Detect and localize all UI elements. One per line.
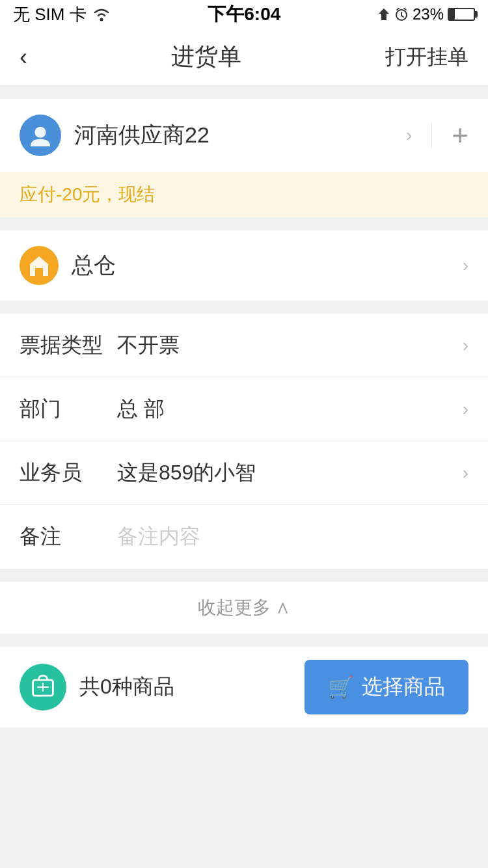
salesperson-arrow: › <box>463 463 468 483</box>
supplier-row[interactable]: 河南供应商22 › + <box>0 99 488 172</box>
alarm-icon <box>394 7 409 21</box>
warehouse-name: 总仓 <box>72 251 463 280</box>
back-button[interactable]: ‹ <box>20 44 27 71</box>
add-supplier-button[interactable]: + <box>452 121 468 150</box>
product-bar: 共0种商品 🛒 选择商品 <box>0 647 488 727</box>
warehouse-arrow-icon: › <box>463 255 468 276</box>
divider <box>431 122 432 148</box>
salesperson-row[interactable]: 业务员 这是859的小智 › <box>0 441 488 505</box>
department-row[interactable]: 部门 总 部 › <box>0 377 488 441</box>
collapse-label: 收起更多 ∧ <box>198 595 291 620</box>
cart-icon <box>29 673 57 701</box>
supplier-arrow-icon: › <box>406 125 412 146</box>
svg-line-5 <box>404 8 406 10</box>
select-product-label: 选择商品 <box>362 673 445 701</box>
remark-input[interactable]: 备注内容 <box>111 522 468 551</box>
department-value: 总 部 <box>111 395 463 424</box>
department-arrow: › <box>463 399 468 420</box>
salesperson-label: 业务员 <box>20 459 111 487</box>
open-pending-button[interactable]: 打开挂单 <box>385 43 468 72</box>
select-product-button[interactable]: 🛒 选择商品 <box>305 660 468 714</box>
wifi-icon <box>92 7 111 21</box>
status-time: 下午6:04 <box>208 2 280 27</box>
collapse-row[interactable]: 收起更多 ∧ <box>0 582 488 634</box>
remark-row[interactable]: 备注 备注内容 <box>0 505 488 569</box>
department-label: 部门 <box>20 395 111 424</box>
page-title: 进货单 <box>171 41 241 73</box>
battery-fill <box>449 9 455 20</box>
carrier-label: 无 SIM 卡 <box>13 3 87 26</box>
gap-1 <box>0 86 488 99</box>
invoice-type-label: 票据类型 <box>20 331 111 360</box>
product-icon <box>20 664 66 711</box>
status-left: 无 SIM 卡 <box>13 3 111 26</box>
gap-2 <box>0 217 488 230</box>
warehouse-icon <box>20 246 59 285</box>
svg-rect-7 <box>35 268 43 276</box>
select-product-icon: 🛒 <box>328 675 354 699</box>
salesperson-value: 这是859的小智 <box>111 459 463 487</box>
form-section: 票据类型 不开票 › 部门 总 部 › 业务员 这是859的小智 › 备注 备注… <box>0 314 488 569</box>
warehouse-section: 总仓 › <box>0 230 488 301</box>
location-icon <box>377 7 390 21</box>
home-icon <box>27 254 51 277</box>
gray-filler <box>0 727 488 868</box>
avatar-icon <box>28 123 53 148</box>
svg-point-0 <box>100 18 103 21</box>
nav-bar: ‹ 进货单 打开挂单 <box>0 29 488 86</box>
notice-bar: 应付-20元，现结 <box>0 172 488 217</box>
invoice-type-value: 不开票 <box>111 331 463 360</box>
supplier-name: 河南供应商22 <box>74 120 406 150</box>
invoice-type-arrow: › <box>463 335 468 356</box>
svg-point-6 <box>34 127 46 138</box>
status-right: 23% <box>377 5 475 23</box>
warehouse-row[interactable]: 总仓 › <box>0 230 488 301</box>
supplier-section: 河南供应商22 › + 应付-20元，现结 <box>0 99 488 217</box>
svg-line-4 <box>397 8 399 10</box>
svg-line-3 <box>401 16 403 17</box>
status-bar: 无 SIM 卡 下午6:04 23% <box>0 0 488 29</box>
product-count: 共0种商品 <box>79 673 305 701</box>
supplier-avatar <box>20 115 61 156</box>
remark-label: 备注 <box>20 522 111 551</box>
battery-percentage: 23% <box>413 5 444 23</box>
content-area: 河南供应商22 › + 应付-20元，现结 总仓 › 票据类型 不开票 <box>0 86 488 868</box>
invoice-type-row[interactable]: 票据类型 不开票 › <box>0 314 488 377</box>
notice-text: 应付-20元，现结 <box>20 184 155 204</box>
battery-icon <box>448 8 475 21</box>
